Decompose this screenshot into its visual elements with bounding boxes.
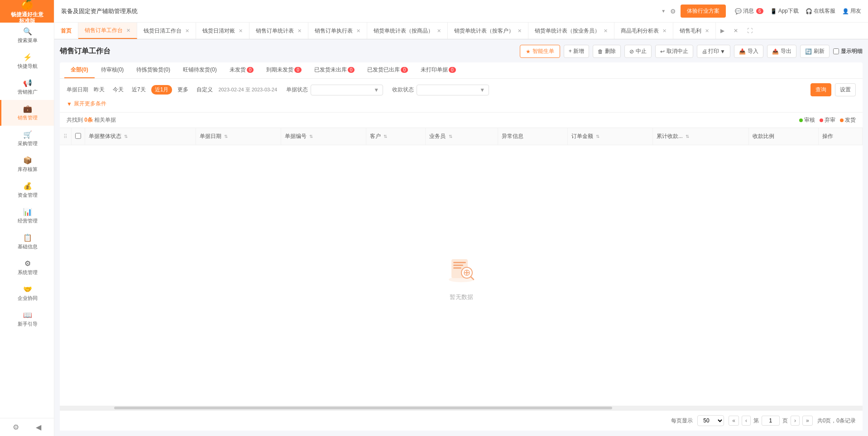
number-column-header[interactable]: 单据编号 ⇅	[281, 128, 366, 145]
tab-sales-stats[interactable]: 销售订单统计表 ✕	[249, 23, 308, 39]
status-column-header[interactable]: 单据整体状态 ⇅	[85, 128, 196, 145]
message-btn[interactable]: 💬 消息 6	[735, 7, 763, 15]
customer-column-header[interactable]: 客户 ⇅	[366, 128, 426, 145]
app-download-btn[interactable]: 📱 App下载	[770, 7, 799, 15]
sidebar-item-search[interactable]: 🔍 搜索菜单	[0, 23, 54, 48]
tab-cash-daily[interactable]: 钱货日清工作台 ✕	[137, 23, 196, 39]
next-page-btn[interactable]: ›	[791, 416, 800, 426]
tab-close-all-btn[interactable]: ✕	[729, 24, 743, 38]
cancel-review-action[interactable]: 弃审	[820, 116, 835, 124]
date-1month[interactable]: 近1月	[151, 85, 173, 95]
collected-column-header[interactable]: 累计收款... ⇅	[652, 128, 748, 145]
user-btn[interactable]: 👤 用友	[842, 7, 861, 15]
query-btn[interactable]: 查询	[810, 83, 831, 96]
export-btn[interactable]: 📤 导出	[767, 45, 796, 58]
delete-btn[interactable]: 🗑 删除	[593, 45, 621, 58]
sidebar-item-marketing[interactable]: 📢 营销推广	[0, 74, 54, 100]
settings-icon[interactable]: ⚙	[13, 423, 19, 431]
sidebar-item-guide[interactable]: 📖 新手引导	[0, 306, 54, 332]
prev-page-btn[interactable]: ‹	[742, 416, 751, 426]
smart-create-btn[interactable]: ★ 智能生单	[520, 45, 560, 58]
date-7days[interactable]: 近7天	[129, 85, 149, 95]
topbar-gear-icon[interactable]: ⚙	[670, 8, 676, 15]
date-yesterday[interactable]: 昨天	[91, 85, 107, 95]
import-icon: 📥	[739, 48, 746, 55]
tab-sales-summary[interactable]: 销售毛利 ✕	[673, 23, 716, 39]
settings-filter-btn[interactable]: 设置	[835, 83, 856, 96]
staff-column-header[interactable]: 业务员 ⇅	[426, 128, 498, 145]
sub-tab-pending-inspect[interactable]: 待拣货验货(0)	[130, 62, 177, 78]
collapse-icon[interactable]: ◀	[36, 423, 41, 431]
last-page-btn[interactable]: »	[802, 416, 813, 426]
expand-filter-btn[interactable]: ▼ 展开更多条件	[67, 100, 106, 108]
tab-sales-workbench[interactable]: 销售订单工作台 ✕	[78, 23, 137, 39]
scrollbar-thumb[interactable]	[114, 407, 612, 409]
sidebar-item-purchase[interactable]: 🛒 采购管理	[0, 126, 54, 152]
sidebar-item-inventory[interactable]: 📦 库存核算	[0, 152, 54, 177]
tab-close-sales-summary[interactable]: ✕	[705, 28, 709, 34]
show-detail-checkbox-label[interactable]: 显示明细	[833, 47, 863, 55]
payment-label: 收款状态	[392, 86, 414, 94]
tab-cash-reconcile[interactable]: 钱货日清对账 ✕	[196, 23, 249, 39]
import-btn[interactable]: 📥 导入	[734, 45, 763, 58]
tab-close-by-customer[interactable]: ✕	[518, 28, 522, 34]
review-action[interactable]: 审核	[799, 116, 815, 124]
online-service-btn[interactable]: 🎧 在线客服	[806, 7, 835, 15]
horizontal-scrollbar[interactable]	[60, 406, 863, 410]
tab-close-gross-profit[interactable]: ✕	[662, 28, 667, 34]
tab-close-sales-workbench[interactable]: ✕	[126, 28, 130, 33]
tab-fullscreen-btn[interactable]: ⛶	[743, 24, 757, 38]
sidebar-item-system[interactable]: ⚙ 系统管理	[0, 255, 54, 280]
print-btn[interactable]: 🖨 打印 ▼	[697, 45, 730, 58]
tab-home[interactable]: 首页	[54, 23, 78, 39]
date-column-header[interactable]: 单据日期 ⇅	[196, 128, 281, 145]
ship-action[interactable]: 发货	[840, 116, 856, 124]
payment-select[interactable]: ▼	[417, 85, 489, 95]
sub-tab-not-printed[interactable]: 未打印单据0	[414, 62, 462, 78]
sub-tab-not-shipped[interactable]: 未发货0	[223, 62, 260, 78]
date-more[interactable]: 更多	[175, 85, 191, 95]
tab-sales-by-staff[interactable]: 销货单统计表（按业务员） ✕	[528, 23, 614, 39]
system-selector[interactable]: ▼	[661, 9, 666, 14]
sidebar-item-finance[interactable]: 💰 资金管理	[0, 177, 54, 203]
page-size-select[interactable]: 50 10 20 100	[697, 415, 724, 426]
sub-tab-wangpu[interactable]: 旺铺待发货(0)	[177, 62, 223, 78]
tab-close-sales-stats[interactable]: ✕	[297, 28, 302, 34]
cancel-stop-btn[interactable]: ↩ 取消中止	[655, 45, 693, 58]
stop-btn[interactable]: ⊘ 中止	[624, 45, 652, 58]
tab-close-cash-daily[interactable]: ✕	[185, 28, 189, 34]
select-all-checkbox[interactable]	[75, 133, 81, 139]
first-page-btn[interactable]: «	[729, 416, 739, 426]
refresh-btn[interactable]: 🔄 刷新	[800, 45, 830, 58]
sub-tab-pending-review[interactable]: 待审核(0)	[95, 62, 130, 78]
sub-tab-all[interactable]: 全部(0)	[64, 62, 95, 78]
tab-sales-by-product[interactable]: 销货单统计表（按商品） ✕	[367, 23, 448, 39]
date-custom[interactable]: 自定义	[194, 85, 216, 95]
tab-sales-by-customer[interactable]: 销货单统计表（按客户） ✕	[448, 23, 528, 39]
checkbox-header[interactable]	[72, 128, 85, 145]
tab-close-cash-reconcile[interactable]: ✕	[239, 28, 243, 34]
sub-tab-overdue[interactable]: 到期未发货0	[260, 62, 308, 78]
tab-close-by-staff[interactable]: ✕	[604, 28, 608, 34]
sidebar-item-operations[interactable]: 📊 经营管理	[0, 203, 54, 229]
show-detail-checkbox[interactable]	[833, 48, 839, 54]
tab-close-by-product[interactable]: ✕	[437, 28, 441, 34]
industry-btn[interactable]: 体验行业方案	[681, 5, 726, 18]
sidebar-logo: 🍊 畅捷通好生意 标准版	[0, 0, 54, 23]
tab-close-sales-exec[interactable]: ✕	[356, 28, 360, 34]
sidebar-item-quick-nav[interactable]: ⚡ 快捷导航	[0, 48, 54, 74]
amount-column-header[interactable]: 订单金额 ⇅	[567, 128, 652, 145]
tab-gross-profit[interactable]: 商品毛利分析表 ✕	[614, 23, 673, 39]
sidebar-item-sales[interactable]: 💼 销售管理	[0, 100, 54, 126]
page-size-label: 每页显示	[671, 417, 693, 425]
sub-tab-shipped-not-out[interactable]: 已发货未出库0	[308, 62, 361, 78]
sub-tab-shipped-out[interactable]: 已发货已出库0	[361, 62, 414, 78]
sidebar-item-cooperation[interactable]: 🤝 企业协同	[0, 280, 54, 306]
date-today[interactable]: 今天	[110, 85, 126, 95]
status-select[interactable]: ▼	[311, 85, 383, 95]
tab-sales-exec[interactable]: 销售订单执行表 ✕	[308, 23, 367, 39]
add-btn[interactable]: + 新增	[564, 45, 589, 58]
page-number-input[interactable]	[762, 416, 780, 426]
tab-more-btn[interactable]: ▶	[716, 24, 729, 38]
sidebar-item-basic-info[interactable]: 📋 基础信息	[0, 229, 54, 255]
